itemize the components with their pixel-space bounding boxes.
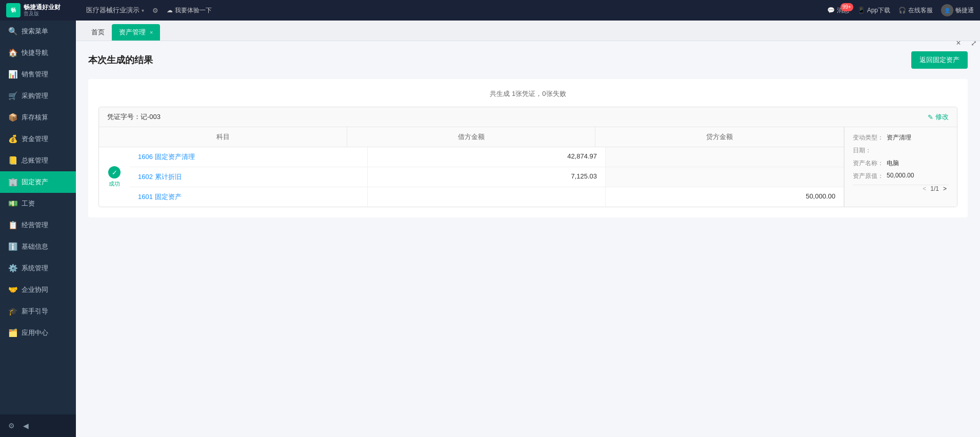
page-title: 本次生成的结果 xyxy=(88,54,153,66)
settings-icon-btn[interactable]: ⚙ xyxy=(148,3,163,17)
info-change-type: 变动类型： 资产清理 xyxy=(853,133,949,142)
sidebar-item-purchase[interactable]: 🛒采购管理 xyxy=(0,85,76,107)
th-subject: 科目 xyxy=(99,127,347,147)
sidebar-label-system: 系统管理 xyxy=(22,264,48,273)
summary-row: 共生成 1张凭证，0张失败 xyxy=(98,89,957,98)
sidebar-item-guide[interactable]: 🎓新手引导 xyxy=(0,301,76,322)
info-original-value: 资产原值： 50,000.00 xyxy=(853,172,949,181)
result-card: 共生成 1张凭证，0张失败 凭证字号：记-003 ✎ 修改 xyxy=(88,79,968,217)
sidebar-label-inventory: 库存核算 xyxy=(22,113,48,122)
close-window-icon[interactable]: × xyxy=(952,41,965,49)
customer-service-item[interactable]: 🎧 在线客服 xyxy=(898,6,933,15)
table-row: 1601 固定资产 50,000.00 xyxy=(130,187,844,207)
cloud-icon: ☁ xyxy=(167,7,173,14)
sidebar-item-fixed-assets[interactable]: 🏢固定资产 xyxy=(0,171,76,193)
guide-icon: 🎓 xyxy=(8,307,17,316)
user-item[interactable]: 👤 畅捷通 xyxy=(941,4,974,16)
salary-icon: 💵 xyxy=(8,199,17,208)
content-area: 首页资产管理× × ⤢ 本次生成的结果 返回固定资产 共生成 1张凭证，0张失败 xyxy=(76,21,980,437)
voucher-header: 凭证字号：记-003 ✎ 修改 xyxy=(99,107,957,127)
sidebar-item-basic-info[interactable]: ℹ️基础信息 xyxy=(0,236,76,257)
change-type-value: 资产清理 xyxy=(887,133,911,142)
table-row-data: ✓ 成功 1606 固定资产清理 42,874.97 1602 累计折旧 7,1… xyxy=(99,147,844,207)
edit-icon: ✎ xyxy=(928,113,933,121)
app-center-icon: 🗂️ xyxy=(8,328,17,337)
sidebar-item-salary[interactable]: 💵工资 xyxy=(0,193,76,214)
sidebar: 🔍搜索菜单🏠快捷导航📊销售管理🛒采购管理📦库存核算💰资金管理📒总账管理🏢固定资产… xyxy=(0,21,76,437)
logo-text-area: 畅捷通好业财 普及版 xyxy=(24,4,61,17)
system-icon: ⚙️ xyxy=(8,264,17,273)
quick-nav-icon: 🏠 xyxy=(8,48,17,57)
prev-page[interactable]: < xyxy=(923,185,926,192)
edit-button[interactable]: ✎ 修改 xyxy=(928,112,949,122)
sidebar-bottom: ⚙ ◀ xyxy=(0,414,76,437)
sidebar-item-app-center[interactable]: 🗂️应用中心 xyxy=(0,322,76,344)
sidebar-item-inventory[interactable]: 📦库存核算 xyxy=(0,107,76,128)
message-item[interactable]: 💬 消息 99+ xyxy=(827,6,849,15)
collapse-icon[interactable]: ◀ xyxy=(23,422,29,430)
success-label: 成功 xyxy=(109,180,120,188)
tab-label-home: 首页 xyxy=(91,28,105,37)
sidebar-item-system[interactable]: ⚙️系统管理 xyxy=(0,257,76,279)
tab-close-asset-management[interactable]: × xyxy=(150,29,153,35)
avatar-icon: 👤 xyxy=(944,8,950,13)
sidebar-item-enterprise[interactable]: 🤝企业协同 xyxy=(0,279,76,301)
header-middle: 医疗器械行业演示 ▾ ⚙ ☁ 我要体验一下 xyxy=(82,3,827,17)
sidebar-item-management[interactable]: 📋经营管理 xyxy=(0,214,76,236)
header-right: 💬 消息 99+ 📱 App下载 🎧 在线客服 👤 畅捷通 xyxy=(827,4,974,16)
avatar: 👤 xyxy=(941,4,953,16)
change-type-label: 变动类型： xyxy=(853,133,884,142)
th-debit: 借方金额 xyxy=(347,127,595,147)
message-icon: 💬 xyxy=(827,7,835,14)
search-icon: 🔍 xyxy=(8,27,17,36)
sidebar-label-enterprise: 企业协同 xyxy=(22,285,48,294)
sidebar-item-search[interactable]: 🔍搜索菜单 xyxy=(0,21,76,42)
info-panel: 变动类型： 资产清理 日期： 资产名称： 电脑 xyxy=(844,127,957,207)
fixed-assets-icon: 🏢 xyxy=(8,177,17,187)
td-subject-1: 1602 累计折旧 xyxy=(130,167,368,187)
user-name: 畅捷通 xyxy=(955,6,974,15)
td-credit-2: 50,000.00 xyxy=(606,187,844,207)
logo-area: 畅 畅捷通好业财 普及版 xyxy=(6,3,82,17)
table-row: 1606 固定资产清理 42,874.97 xyxy=(130,147,844,167)
sidebar-scroll[interactable]: 🔍搜索菜单🏠快捷导航📊销售管理🛒采购管理📦库存核算💰资金管理📒总账管理🏢固定资产… xyxy=(0,21,76,414)
return-button[interactable]: 返回固定资产 xyxy=(911,51,968,69)
inventory-icon: 📦 xyxy=(8,113,17,122)
td-debit-1: 7,125.03 xyxy=(368,167,606,187)
td-debit-0: 42,874.97 xyxy=(368,147,606,167)
voucher-body: 科目 借方金额 贷方金额 ✓ 成功 xyxy=(99,127,957,207)
summary-text: 共生成 1张凭证，0张失败 xyxy=(490,90,566,97)
td-credit-1 xyxy=(606,167,844,187)
check-circle-icon: ✓ xyxy=(108,166,121,178)
sidebar-item-general-ledger[interactable]: 📒总账管理 xyxy=(0,150,76,171)
expand-window-icon[interactable]: ⤢ xyxy=(968,41,980,49)
tab-asset-management[interactable]: 资产管理× xyxy=(112,24,160,41)
page-title-row: 本次生成的结果 返回固定资产 xyxy=(88,51,968,69)
sidebar-label-guide: 新手引导 xyxy=(22,307,48,316)
table-row: 1602 累计折旧 7,125.03 xyxy=(130,167,844,187)
window-actions: × ⤢ xyxy=(952,41,980,49)
asset-name-label: 资产名称： xyxy=(853,159,884,168)
sidebar-item-quick-nav[interactable]: 🏠快捷导航 xyxy=(0,42,76,64)
app-icon: 📱 xyxy=(857,7,865,14)
sidebar-item-finance[interactable]: 💰资金管理 xyxy=(0,128,76,150)
main-layout: 🔍搜索菜单🏠快捷导航📊销售管理🛒采购管理📦库存核算💰资金管理📒总账管理🏢固定资产… xyxy=(0,21,980,437)
logo-title: 畅捷通好业财 xyxy=(24,4,61,11)
sidebar-label-app-center: 应用中心 xyxy=(22,328,48,337)
success-icon-area: ✓ 成功 xyxy=(99,162,130,192)
company-selector[interactable]: 医疗器械行业演示 ▾ xyxy=(86,6,144,15)
sidebar-label-quick-nav: 快捷导航 xyxy=(22,48,48,57)
tab-home[interactable]: 首页 xyxy=(84,24,112,41)
original-value-label: 资产原值： xyxy=(853,172,884,181)
tab-label-asset-management: 资产管理 xyxy=(119,28,146,37)
voucher-table: 科目 借方金额 贷方金额 ✓ 成功 xyxy=(99,127,844,207)
settings-bottom-icon[interactable]: ⚙ xyxy=(8,422,15,430)
original-value-value: 50,000.00 xyxy=(887,172,914,181)
experience-btn[interactable]: ☁ 我要体验一下 xyxy=(167,6,212,15)
sidebar-item-sales[interactable]: 📊销售管理 xyxy=(0,64,76,85)
app-download-item[interactable]: 📱 App下载 xyxy=(857,6,890,15)
sidebar-label-finance: 资金管理 xyxy=(22,134,48,144)
voucher-section: 凭证字号：记-003 ✎ 修改 科目 借方金额 xyxy=(98,107,957,207)
next-page[interactable]: > xyxy=(943,185,947,192)
voucher-no: 凭证字号：记-003 xyxy=(107,112,161,122)
